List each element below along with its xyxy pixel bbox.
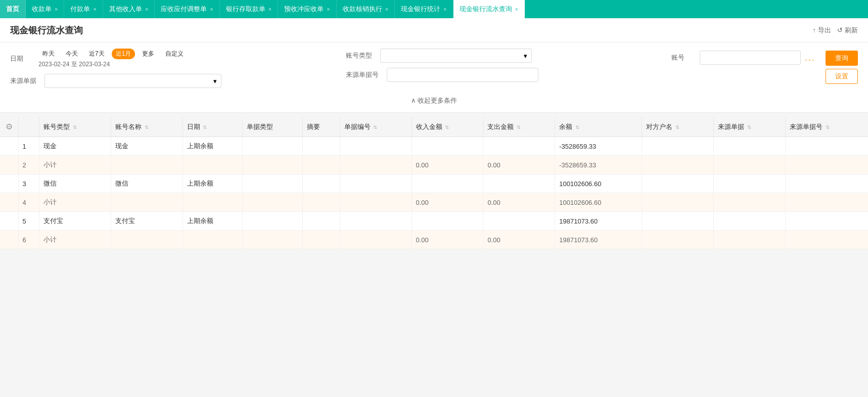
table-cell — [302, 212, 340, 231]
table-cell — [714, 193, 786, 212]
date-option-7days[interactable]: 近7天 — [85, 49, 109, 59]
table-cell: 小计 — [39, 231, 111, 249]
account-type-filter-row: 账号类型 ▾ — [346, 49, 656, 63]
nav-tab-shoukuan[interactable]: 收款单 × — [26, 0, 64, 18]
export-button[interactable]: ↑ 导出 — [813, 26, 832, 35]
col-counterparty[interactable]: 对方户名 ⇅ — [642, 117, 714, 137]
table-cell — [243, 212, 302, 231]
col-account-type[interactable]: 账号类型 ⇅ — [39, 117, 111, 137]
table-cell — [0, 137, 18, 156]
nav-tab-qita[interactable]: 其他收入单 × — [103, 0, 155, 18]
date-option-custom[interactable]: 自定义 — [161, 49, 188, 59]
table-cell — [483, 137, 555, 156]
table-header-row: ⚙ 账号类型 ⇅ 账号名称 ⇅ 日期 ⇅ 单据类型 摘要 单据编号 ⇅ 收入金额… — [0, 117, 868, 137]
date-option-more[interactable]: 更多 — [138, 49, 158, 59]
date-option-today[interactable]: 今天 — [62, 49, 82, 59]
col-source-doc[interactable]: 来源单据 ⇅ — [714, 117, 786, 137]
settings-button[interactable]: 设置 — [826, 69, 858, 84]
table-settings-header[interactable]: ⚙ — [0, 117, 18, 137]
sort-icon: ⇅ — [517, 124, 521, 130]
table-cell — [0, 174, 18, 193]
query-button[interactable]: 查询 — [826, 51, 858, 66]
col-idx — [18, 117, 39, 137]
header-actions: ↑ 导出 ↺ 刷新 — [813, 26, 858, 35]
source-doc-num-input[interactable] — [387, 68, 538, 82]
right-buttons: 查询 设置 — [826, 51, 858, 84]
table-wrapper: ⚙ 账号类型 ⇅ 账号名称 ⇅ 日期 ⇅ 单据类型 摘要 单据编号 ⇅ 收入金额… — [0, 117, 868, 249]
table-body: 1现金现金上期余额-3528659.332小计0.000.00-3528659.… — [0, 137, 868, 249]
table-cell: 现金 — [39, 137, 111, 156]
table-cell: 0.00 — [412, 156, 483, 174]
table-cell — [302, 193, 340, 212]
col-date[interactable]: 日期 ⇅ — [182, 117, 242, 137]
table-cell — [714, 231, 786, 249]
sort-icon: ⇅ — [826, 124, 830, 130]
table-cell: 5 — [18, 212, 39, 231]
table-cell — [111, 193, 182, 212]
table-cell — [483, 174, 555, 193]
table-cell — [0, 212, 18, 231]
table-cell — [786, 212, 868, 231]
col-balance[interactable]: 余额 ⇅ — [555, 117, 642, 137]
date-label: 日期 — [10, 54, 30, 63]
table-cell — [642, 137, 714, 156]
col-doc-number[interactable]: 单据编号 ⇅ — [340, 117, 412, 137]
table-cell: 0.00 — [483, 193, 555, 212]
account-filter-row: 账号 ... — [671, 51, 815, 65]
table-cell: 4 — [18, 193, 39, 212]
nav-tab-yinhang[interactable]: 银行存取款单 × — [220, 0, 278, 18]
table-cell — [642, 193, 714, 212]
table-cell — [243, 137, 302, 156]
source-doc-num-label: 来源单据号 — [346, 70, 379, 79]
close-icon[interactable]: × — [210, 6, 213, 12]
nav-tab-liushui[interactable]: 现金银行流水查询 × — [453, 0, 525, 18]
col-income[interactable]: 收入金额 ⇅ — [412, 117, 483, 137]
sort-icon: ⇅ — [445, 124, 449, 130]
table-cell: 小计 — [39, 156, 111, 174]
sort-icon: ⇅ — [73, 124, 77, 130]
nav-tab-yingshou[interactable]: 应收应付调整单 × — [155, 0, 219, 18]
table-cell — [642, 156, 714, 174]
table-cell — [642, 231, 714, 249]
nav-tab-yushou[interactable]: 预收冲应收单 × — [278, 0, 336, 18]
table-cell — [714, 156, 786, 174]
account-wrapper: ... — [700, 51, 815, 65]
col-source-doc-num[interactable]: 来源单据号 ⇅ — [786, 117, 868, 137]
table-cell — [786, 137, 868, 156]
close-icon[interactable]: × — [93, 6, 96, 12]
nav-home[interactable]: 首页 — [0, 0, 26, 18]
close-icon[interactable]: × — [327, 6, 330, 12]
close-icon[interactable]: × — [268, 6, 271, 12]
gear-icon[interactable]: ⚙ — [6, 122, 13, 131]
close-icon[interactable]: × — [145, 6, 148, 12]
nav-tab-fukuan[interactable]: 付款单 × — [64, 0, 103, 18]
collapse-bar[interactable]: ∧ 收起更多条件 — [10, 93, 858, 106]
close-icon[interactable]: × — [55, 6, 58, 12]
table-cell — [0, 156, 18, 174]
col-expense[interactable]: 支出金额 ⇅ — [483, 117, 555, 137]
account-dots-button[interactable]: ... — [805, 53, 815, 63]
source-doc-select[interactable]: ▾ — [44, 74, 221, 88]
close-icon[interactable]: × — [515, 6, 518, 12]
account-input[interactable] — [700, 51, 801, 65]
account-type-select[interactable]: ▾ — [380, 49, 532, 63]
table-cell: 上期余额 — [182, 174, 242, 193]
col-account-name[interactable]: 账号名称 ⇅ — [111, 117, 182, 137]
col-doc-type: 单据类型 — [243, 117, 302, 137]
table-cell: 3 — [18, 174, 39, 193]
date-option-1month[interactable]: 近1月 — [112, 49, 135, 59]
nav-tab-tongji[interactable]: 现金银行统计 × — [395, 0, 453, 18]
refresh-button[interactable]: ↺ 刷新 — [837, 26, 858, 35]
sort-icon: ⇅ — [675, 124, 679, 130]
close-icon[interactable]: × — [443, 6, 446, 12]
table-cell: 19871073.60 — [555, 231, 642, 249]
close-icon[interactable]: × — [385, 6, 388, 12]
table-cell: 100102606.60 — [555, 193, 642, 212]
table-row: 4小计0.000.00100102606.60 — [0, 193, 868, 212]
table-cell: 0.00 — [412, 231, 483, 249]
nav-tab-hexiao[interactable]: 收款核销执行 × — [337, 0, 395, 18]
sort-icon: ⇅ — [747, 124, 751, 130]
date-option-yesterday[interactable]: 昨天 — [38, 49, 59, 59]
table-cell — [111, 156, 182, 174]
table-row: 5支付宝支付宝上期余额19871073.60 — [0, 212, 868, 231]
